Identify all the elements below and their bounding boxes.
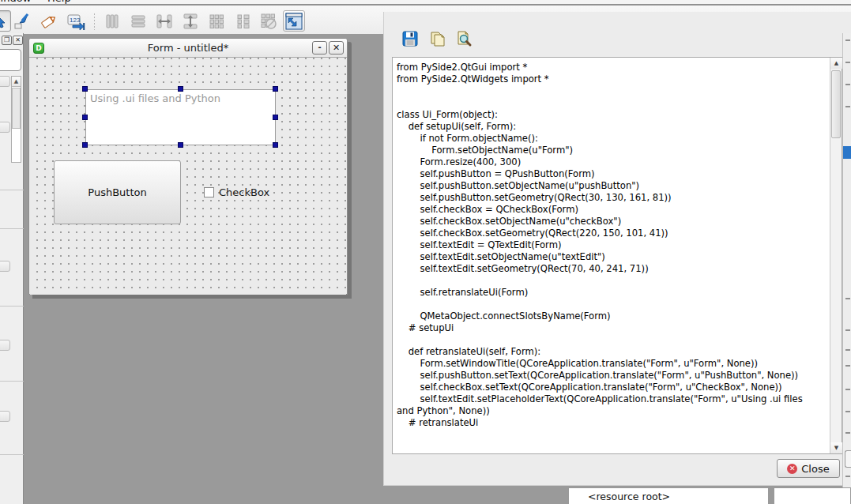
widget-category-bar[interactable] bbox=[0, 261, 10, 272]
scrollbar-thumb[interactable] bbox=[831, 70, 841, 138]
view-code-dialog: from PySide2.QtGui import *from PySide2.… bbox=[383, 12, 851, 486]
code-line: and Python", None)) bbox=[397, 405, 830, 417]
adjust-size-icon[interactable] bbox=[283, 10, 305, 32]
resource-tree[interactable]: <resource root> bbox=[568, 487, 769, 504]
code-line: self.textEdit = QTextEdit(Form) bbox=[397, 239, 830, 251]
code-line: self.textEdit.setPlaceholderText(QCoreAp… bbox=[397, 393, 830, 405]
code-line: self.pushButton = QPushButton(Form) bbox=[397, 168, 830, 180]
selection-handle-n[interactable] bbox=[178, 86, 183, 92]
close-button[interactable]: ✕ Close bbox=[777, 459, 840, 478]
divider bbox=[0, 381, 24, 382]
textedit-widget[interactable]: Using .ui files and Python bbox=[85, 89, 276, 145]
edit-tab-order-icon[interactable]: 123 bbox=[65, 10, 87, 32]
divider bbox=[0, 454, 24, 455]
code-view[interactable]: from PySide2.QtGui import *from PySide2.… bbox=[392, 57, 842, 454]
code-line: Form.setObjectName(u"Form") bbox=[397, 145, 830, 156]
code-text[interactable]: from PySide2.QtGui import *from PySide2.… bbox=[393, 58, 830, 453]
tree-branch-fragment bbox=[845, 349, 850, 351]
selection-handle-se[interactable] bbox=[273, 142, 278, 148]
close-circle-icon: ✕ bbox=[787, 464, 797, 474]
widget-filter-input[interactable] bbox=[0, 49, 21, 71]
scroll-up-icon[interactable]: ▲ bbox=[12, 77, 21, 87]
save-icon[interactable] bbox=[398, 28, 422, 50]
menu-bar: Window Help bbox=[0, 0, 851, 5]
pushbutton-widget[interactable]: PushButton bbox=[54, 160, 181, 224]
dock-close-icon[interactable]: ✕ bbox=[13, 36, 23, 45]
tree-branch-fragment bbox=[845, 476, 850, 477]
widget-category-bar[interactable] bbox=[0, 411, 10, 422]
checkbox-label: CheckBox bbox=[219, 186, 269, 198]
resource-detail-pane[interactable] bbox=[774, 487, 851, 504]
tree-branch-fragment bbox=[845, 106, 850, 107]
selection-handle-sw[interactable] bbox=[82, 142, 88, 148]
edit-widgets-icon[interactable] bbox=[0, 10, 11, 32]
tree-branch-fragment bbox=[845, 329, 850, 331]
selection-handle-ne[interactable] bbox=[273, 86, 278, 92]
minimize-button[interactable]: - bbox=[312, 41, 327, 55]
widget-box-scrollbar[interactable]: ▲ bbox=[11, 76, 21, 163]
widget-category-bar[interactable] bbox=[0, 122, 10, 133]
scroll-down-icon[interactable]: ▼ bbox=[830, 442, 842, 453]
tree-branch-fragment bbox=[845, 62, 850, 63]
divider bbox=[0, 306, 24, 307]
code-line: # retranslateUi bbox=[397, 417, 830, 429]
checkbox-widget[interactable]: CheckBox bbox=[204, 176, 284, 209]
code-line: self.checkBox.setGeometry(QRect(220, 150… bbox=[397, 228, 830, 239]
selection-handle-w[interactable] bbox=[82, 115, 88, 120]
divider bbox=[0, 190, 24, 190]
code-line: from PySide2.QtWidgets import * bbox=[397, 73, 830, 85]
edit-buddies-icon[interactable] bbox=[38, 10, 60, 32]
form-canvas[interactable]: Using .ui files and Python PushButton Ch… bbox=[30, 58, 346, 295]
widget-category-bar[interactable] bbox=[0, 76, 10, 87]
selected-row-fragment[interactable] bbox=[843, 146, 851, 159]
close-button[interactable]: ✕ bbox=[329, 41, 344, 55]
checkbox-indicator[interactable] bbox=[204, 187, 214, 197]
copy-icon[interactable] bbox=[425, 28, 449, 50]
close-button-label: Close bbox=[801, 463, 829, 475]
code-line: class Ui_Form(object): bbox=[397, 109, 830, 121]
widget-category-bar[interactable] bbox=[0, 340, 10, 351]
code-vertical-scrollbar[interactable]: ▲ ▼ bbox=[830, 58, 842, 453]
scroll-up-icon[interactable]: ▲ bbox=[830, 58, 842, 69]
code-line: self.checkBox.setObjectName(u"checkBox") bbox=[397, 216, 830, 228]
svg-text:123: 123 bbox=[70, 17, 81, 24]
selection-handle-nw[interactable] bbox=[82, 86, 88, 92]
layout-horizontally-icon[interactable] bbox=[101, 10, 123, 32]
break-layout-icon[interactable] bbox=[258, 10, 280, 32]
tree-branch-fragment bbox=[845, 432, 850, 434]
code-line: self.pushButton.setGeometry(QRect(30, 13… bbox=[397, 192, 830, 204]
find-icon[interactable] bbox=[452, 28, 476, 50]
dock-float-icon[interactable]: ❐ bbox=[2, 36, 12, 45]
toolbar-separator bbox=[93, 13, 96, 30]
code-line: from PySide2.QtGui import * bbox=[397, 62, 830, 73]
tree-branch-fragment bbox=[845, 365, 850, 367]
form-editor-window: D Form - untitled* - ✕ Using .ui files a… bbox=[28, 38, 348, 295]
form-title: Form - untitled* bbox=[29, 42, 347, 54]
code-line bbox=[397, 85, 830, 97]
menu-help[interactable]: Help bbox=[47, 0, 71, 4]
layout-horizontal-splitter-icon[interactable] bbox=[153, 10, 175, 32]
tree-branch-fragment bbox=[845, 298, 850, 299]
tree-branch-fragment bbox=[845, 389, 850, 390]
code-line bbox=[397, 275, 830, 287]
selection-handle-e[interactable] bbox=[273, 115, 278, 120]
layout-vertical-splitter-icon[interactable] bbox=[179, 10, 201, 32]
form-titlebar[interactable]: D Form - untitled* - ✕ bbox=[29, 39, 347, 58]
code-line: # setupUi bbox=[397, 322, 830, 334]
layout-form-icon[interactable] bbox=[232, 10, 254, 32]
selection-handle-s[interactable] bbox=[178, 142, 183, 148]
code-line: self.checkBox = QCheckBox(Form) bbox=[397, 204, 830, 216]
code-line: self.pushButton.setText(QCoreApplication… bbox=[397, 370, 830, 382]
divider bbox=[0, 228, 24, 229]
layout-vertically-icon[interactable] bbox=[127, 10, 149, 32]
right-panel-sliver bbox=[842, 33, 851, 504]
code-line: self.pushButton.setObjectName(u"pushButt… bbox=[397, 180, 830, 192]
scrollbar-thumb[interactable] bbox=[12, 88, 21, 129]
code-line: self.textEdit.setGeometry(QRect(70, 40, … bbox=[397, 263, 830, 275]
textedit-placeholder: Using .ui files and Python bbox=[90, 92, 220, 104]
menu-window[interactable]: Window bbox=[0, 0, 31, 4]
button-fragment[interactable] bbox=[845, 450, 851, 468]
edit-signals-slots-icon[interactable] bbox=[11, 10, 33, 32]
resource-root-item[interactable]: <resource root> bbox=[588, 491, 670, 502]
layout-grid-icon[interactable] bbox=[205, 10, 228, 32]
